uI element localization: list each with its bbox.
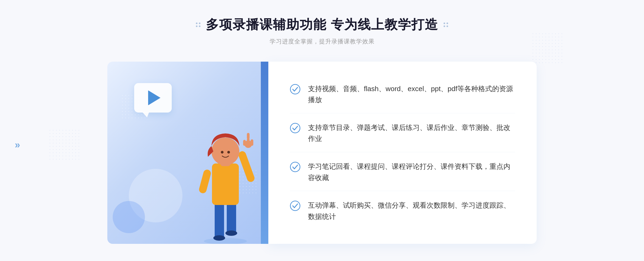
svg-point-17 xyxy=(290,84,300,94)
illus-circle-small xyxy=(113,201,145,233)
feature-text-4: 互动弹幕、试听购买、微信分享、观看次数限制、学习进度跟踪、数据统计 xyxy=(308,200,515,222)
svg-point-3 xyxy=(213,235,225,241)
dot-grid-right xyxy=(531,32,564,64)
illustration-panel xyxy=(107,62,268,244)
main-title: 多项录播课辅助功能 专为线上教学打造 xyxy=(206,16,438,33)
feature-text-1: 支持视频、音频、flash、word、excel、ppt、pdf等各种格式的资源… xyxy=(308,83,515,106)
svg-rect-15 xyxy=(243,140,246,146)
check-icon-4 xyxy=(290,200,301,211)
svg-point-9 xyxy=(211,137,239,165)
svg-point-18 xyxy=(290,123,300,133)
check-icon-3 xyxy=(290,162,301,172)
feature-text-3: 学习笔记回看、课程提问、课程评论打分、课件资料下载，重点内容收藏 xyxy=(308,161,515,183)
header-dots-right xyxy=(444,23,448,27)
svg-rect-13 xyxy=(247,138,250,146)
page-wrapper: » 多项录播课辅助功能 专为线上教学打造 学习进度全掌握，提升录播课教学效果 xyxy=(0,0,644,261)
feature-item-3: 学习笔记回看、课程提问、课程评论打分、课件资料下载，重点内容收藏 xyxy=(290,154,515,191)
svg-point-11 xyxy=(227,151,230,154)
dot-grid-left xyxy=(48,129,80,161)
svg-point-10 xyxy=(221,151,224,154)
person-illustration xyxy=(188,110,263,244)
check-icon-1 xyxy=(290,84,301,95)
svg-point-20 xyxy=(290,201,300,211)
content-area: 支持视频、音频、flash、word、excel、ppt、pdf等各种格式的资源… xyxy=(107,62,537,244)
svg-point-19 xyxy=(290,162,300,172)
header-title-wrapper: 多项录播课辅助功能 专为线上教学打造 xyxy=(196,16,448,33)
svg-rect-2 xyxy=(227,201,236,233)
features-panel: 支持视频、音频、flash、word、excel、ppt、pdf等各种格式的资源… xyxy=(268,62,537,244)
feature-item-1: 支持视频、音频、flash、word、excel、ppt、pdf等各种格式的资源… xyxy=(290,76,515,113)
play-icon xyxy=(148,90,160,105)
svg-rect-1 xyxy=(215,201,224,238)
svg-rect-5 xyxy=(212,163,239,205)
feature-text-2: 支持章节目录、弹题考试、课后练习、课后作业、章节测验、批改作业 xyxy=(308,122,515,144)
svg-rect-7 xyxy=(198,169,212,194)
check-icon-2 xyxy=(290,123,301,133)
play-bubble xyxy=(134,83,172,113)
feature-item-4: 互动弹幕、试听购买、微信分享、观看次数限制、学习进度跟踪、数据统计 xyxy=(290,192,515,230)
svg-point-0 xyxy=(204,238,247,244)
header-dots-left xyxy=(196,23,200,27)
svg-point-4 xyxy=(225,230,237,236)
sub-title: 学习进度全掌握，提升录播课教学效果 xyxy=(196,38,448,46)
header-section: 多项录播课辅助功能 专为线上教学打造 学习进度全掌握，提升录播课教学效果 xyxy=(196,16,448,46)
accent-bar xyxy=(261,62,268,244)
svg-rect-6 xyxy=(237,150,255,183)
svg-rect-14 xyxy=(251,139,253,146)
chevron-left-icon: » xyxy=(15,139,18,151)
svg-rect-16 xyxy=(247,133,250,139)
feature-item-2: 支持章节目录、弹题考试、课后练习、课后作业、章节测验、批改作业 xyxy=(290,115,515,152)
